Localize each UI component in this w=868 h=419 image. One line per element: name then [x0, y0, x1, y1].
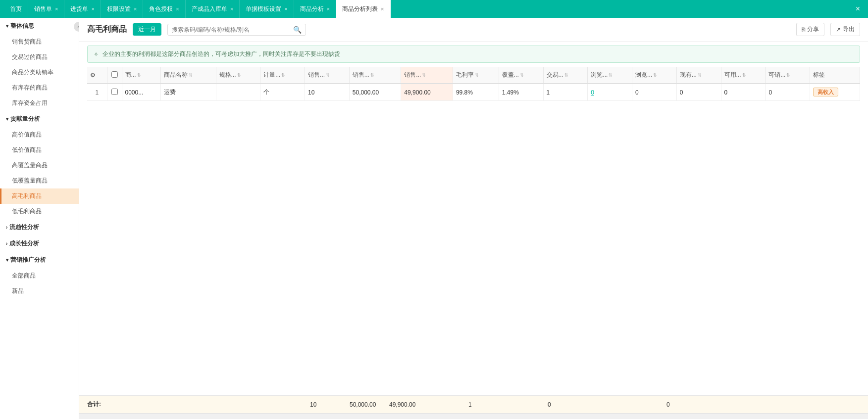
- col-header-browse2[interactable]: 浏览...⇅: [632, 67, 677, 84]
- bottom-scrollbar[interactable]: [79, 413, 868, 419]
- col-header-name[interactable]: 商品名称⇅: [160, 67, 216, 84]
- page-title: 高毛利商品: [87, 24, 127, 35]
- sidebar-item-stock-goods[interactable]: 有库存的商品: [0, 80, 79, 95]
- footer-cells: 10 50,000.00 49,900.00 1 0 0: [109, 401, 860, 408]
- sidebar-group-overall-info[interactable]: ▾ 整体信息: [0, 18, 79, 34]
- sidebar-item-low-margin[interactable]: 低毛利商品: [0, 204, 79, 219]
- nav-close-all[interactable]: ×: [850, 4, 866, 13]
- col-header-tag[interactable]: 标签: [810, 67, 860, 84]
- col-header-spec[interactable]: 规格...⇅: [216, 67, 260, 84]
- sidebar-item-traded-goods[interactable]: 交易过的商品: [0, 49, 79, 65]
- main-layout: « ▾ 整体信息 销售货商品 交易过的商品 商品分类助销率 有库存的商品 库存资…: [0, 18, 868, 419]
- sidebar-item-all-goods[interactable]: 全部商品: [0, 268, 79, 283]
- footer-sales-profit: 49,900.00: [386, 401, 426, 408]
- col-header-sellable[interactable]: 可销...⇅: [766, 67, 810, 84]
- sidebar-item-sales-goods[interactable]: 销售货商品: [0, 34, 79, 49]
- cell-gross-rate: 99.8%: [453, 84, 499, 101]
- nav-close-template[interactable]: ×: [284, 6, 287, 12]
- nav-product-analysis-list[interactable]: 商品分析列表 ×: [336, 0, 390, 18]
- select-all-checkbox[interactable]: [111, 71, 118, 78]
- col-header-code[interactable]: 商...⇅: [122, 67, 160, 84]
- cell-checkbox[interactable]: [107, 84, 122, 101]
- col-header-transaction[interactable]: 交易...⇅: [543, 67, 588, 84]
- sidebar: « ▾ 整体信息 销售货商品 交易过的商品 商品分类助销率 有库存的商品 库存资…: [0, 18, 79, 419]
- col-header-settings[interactable]: ⚙: [87, 67, 107, 84]
- sidebar-item-new-products[interactable]: 新品: [0, 283, 79, 299]
- sidebar-item-high-margin[interactable]: 高毛利商品: [0, 188, 79, 204]
- arrow-icon-5: ▾: [6, 257, 8, 263]
- footer-sales-amount: 50,000.00: [347, 401, 386, 408]
- cell-browse2: 0: [632, 84, 677, 101]
- cell-name: 运费: [160, 84, 216, 101]
- footer-available: 0: [664, 401, 703, 408]
- cell-unit: 个: [260, 84, 305, 101]
- footer-sales-qty: 10: [307, 401, 347, 408]
- sidebar-item-stock-capital[interactable]: 库存资金占用: [0, 95, 79, 111]
- cell-sales-qty: 10: [305, 84, 350, 101]
- nav-product-stock[interactable]: 产成品入库单 ×: [186, 0, 240, 18]
- table-header-row: ⚙ 商...⇅ 商品名称⇅ 规格...⇅: [87, 67, 860, 84]
- col-header-coverage[interactable]: 覆盖...⇅: [499, 67, 543, 84]
- nav-product-analysis[interactable]: 商品分析 ×: [294, 0, 336, 18]
- nav-home[interactable]: 首页: [2, 0, 28, 18]
- cell-tag: 高收入: [810, 84, 860, 101]
- col-header-current-stock[interactable]: 现有...⇅: [676, 67, 721, 84]
- col-header-gross-rate[interactable]: 毛利率⇅: [453, 67, 499, 84]
- nav-close-product-stock[interactable]: ×: [230, 6, 233, 12]
- sidebar-item-high-coverage[interactable]: 高覆盖量商品: [0, 158, 79, 173]
- cell-transaction: 1: [543, 84, 588, 101]
- cell-browse1[interactable]: 0: [588, 84, 632, 101]
- nav-close-sales[interactable]: ×: [55, 6, 58, 12]
- sidebar-group-growth[interactable]: › 成长性分析: [0, 235, 79, 252]
- arrow-icon-4: ›: [6, 241, 7, 246]
- cell-spec: [216, 84, 260, 101]
- nav-close-purchase[interactable]: ×: [91, 6, 94, 12]
- sidebar-group-marketing[interactable]: ▾ 营销推广分析: [0, 252, 79, 268]
- sidebar-item-low-coverage[interactable]: 低覆盖量商品: [0, 173, 79, 188]
- footer-transaction: 1: [465, 401, 505, 408]
- nav-template-settings[interactable]: 单据模板设置 ×: [240, 0, 294, 18]
- nav-close-permission[interactable]: ×: [134, 6, 137, 12]
- nav-purchase-order[interactable]: 进货单 ×: [64, 0, 101, 18]
- nav-permission-settings[interactable]: 权限设置 ×: [101, 0, 143, 18]
- col-header-checkbox[interactable]: [107, 67, 122, 84]
- content-area: 高毛利商品 近一月 🔍 ⎘ 分享 ↗ 导出 ✧ 企业的主要的利润都是这部分商品创…: [79, 18, 868, 419]
- cell-num: 1: [87, 84, 107, 101]
- tag-high-income: 高收入: [813, 88, 838, 96]
- export-button[interactable]: ↗ 导出: [830, 23, 860, 36]
- sidebar-item-category-rate[interactable]: 商品分类助销率: [0, 65, 79, 80]
- col-header-sales-profit[interactable]: 销售...⇅: [401, 67, 453, 84]
- time-filter-recent-month[interactable]: 近一月: [133, 23, 161, 36]
- sidebar-item-high-value[interactable]: 高价值商品: [0, 127, 79, 142]
- nav-sales-order[interactable]: 销售单 ×: [28, 0, 64, 18]
- cell-code: 0000...: [122, 84, 160, 101]
- row-checkbox[interactable]: [111, 89, 118, 95]
- content-header: 高毛利商品 近一月 🔍 ⎘ 分享 ↗ 导出: [79, 18, 868, 42]
- share-button[interactable]: ⎘ 分享: [796, 23, 824, 36]
- table-footer: 合计: 10 50,000.00 49,900.00 1 0 0: [79, 395, 868, 413]
- nav-close-role[interactable]: ×: [176, 6, 179, 12]
- nav-role-auth[interactable]: 角色授权 ×: [143, 0, 185, 18]
- top-navigation: 首页 销售单 × 进货单 × 权限设置 × 角色授权 × 产成品入库单 × 单据…: [0, 0, 868, 18]
- share-icon: ⎘: [802, 26, 805, 33]
- search-input[interactable]: [172, 26, 293, 33]
- search-icon[interactable]: 🔍: [293, 26, 302, 34]
- col-header-available[interactable]: 可用...⇅: [721, 67, 766, 84]
- nav-close-product-analysis[interactable]: ×: [327, 6, 330, 12]
- cell-available: 0: [721, 84, 766, 101]
- export-icon: ↗: [836, 26, 841, 33]
- arrow-icon-3: ›: [6, 225, 7, 230]
- footer-browse1: 0: [545, 401, 584, 408]
- col-header-browse1[interactable]: 浏览...⇅: [588, 67, 632, 84]
- col-header-sales-amount[interactable]: 销售...⇅: [349, 67, 401, 84]
- sidebar-group-trend[interactable]: › 流趋性分析: [0, 219, 79, 235]
- info-icon: ✧: [94, 51, 99, 58]
- table-container: ⚙ 商...⇅ 商品名称⇅ 规格...⇅: [79, 67, 868, 395]
- search-box: 🔍: [167, 24, 306, 36]
- col-header-sales-qty[interactable]: 销售...⇅: [305, 67, 350, 84]
- sidebar-item-low-value[interactable]: 低价值商品: [0, 142, 79, 158]
- col-header-unit[interactable]: 计量...⇅: [260, 67, 305, 84]
- sidebar-group-contribution[interactable]: ▾ 贡献量分析: [0, 111, 79, 127]
- table-row: 1 0000... 运费 个 10 50,000.00 49,900.00 99…: [87, 84, 860, 101]
- nav-close-product-analysis-list[interactable]: ×: [381, 6, 384, 12]
